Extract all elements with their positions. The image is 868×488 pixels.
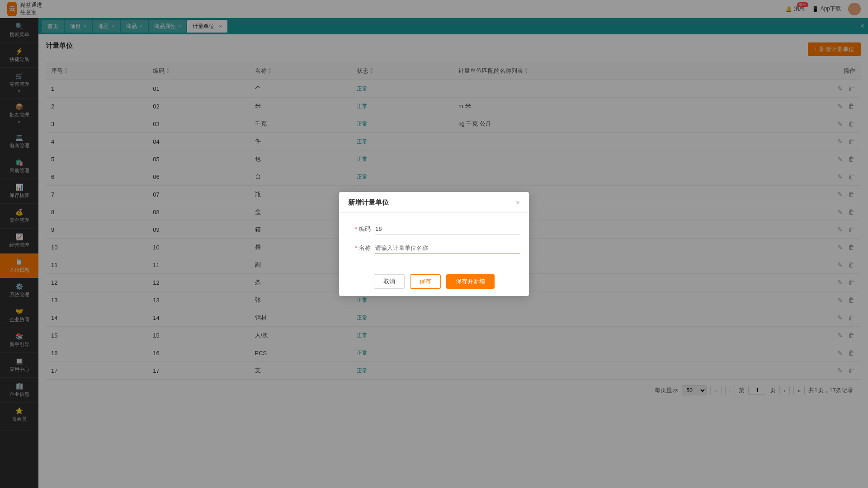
modal-overlay: 新增计量单位 × 编码 名称 取消 保存 保存并新增 [0,0,868,488]
form-row-code: 编码 [348,224,520,235]
code-label: 编码 [348,225,375,233]
modal-title: 新增计量单位 [348,198,389,207]
name-input[interactable] [375,243,520,253]
code-input[interactable] [375,224,520,235]
modal-close-button[interactable]: × [516,199,520,207]
modal-body: 编码 名称 [339,213,529,269]
modal-header: 新增计量单位 × [339,192,529,213]
modal-footer: 取消 保存 保存并新增 [339,269,529,296]
save-button[interactable]: 保存 [410,274,441,289]
cancel-button[interactable]: 取消 [374,274,405,289]
name-label: 名称 [348,244,375,252]
add-unit-modal: 新增计量单位 × 编码 名称 取消 保存 保存并新增 [339,192,529,296]
form-row-name: 名称 [348,243,520,253]
save-and-new-button[interactable]: 保存并新增 [446,274,495,289]
